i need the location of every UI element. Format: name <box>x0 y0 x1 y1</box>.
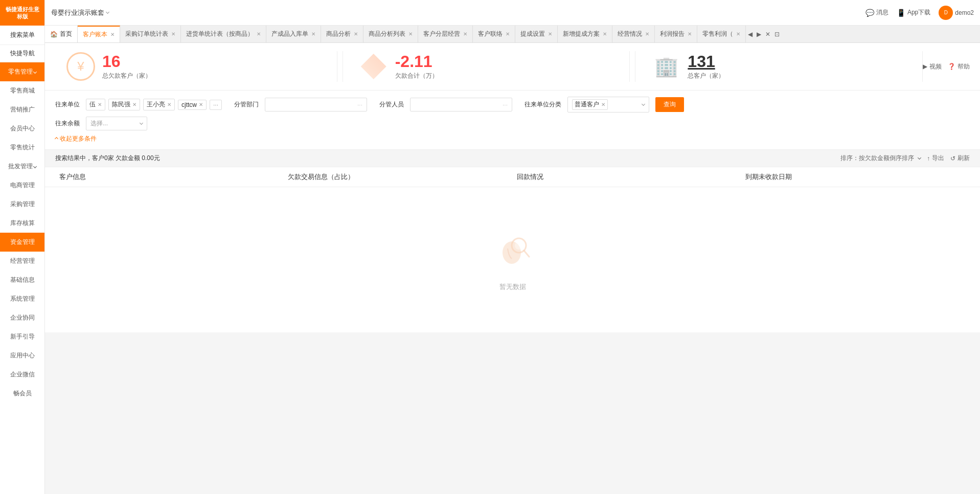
dept-select[interactable]: ··· <box>265 98 367 111</box>
tabs-prev[interactable]: ◀ <box>746 31 755 38</box>
export-button[interactable]: ↑ 导出 <box>927 154 944 163</box>
tab-product-analysis-close[interactable]: ✕ <box>354 31 358 37</box>
sidebar-item-basic-info[interactable]: 基础信息 <box>0 271 44 289</box>
stat-total-label: 总客户（家） <box>688 72 724 80</box>
main-content: 母婴行业演示账套 💬 消息 📱 App下载 D demo2 🏠 <box>45 0 980 494</box>
sidebar-logo: 畅捷通好生意 标版 <box>0 0 44 26</box>
stat-divider-2 <box>635 51 635 82</box>
refresh-button[interactable]: ↺ 刷新 <box>950 154 970 163</box>
unit-class-tag[interactable]: 普通客户 ✕ <box>572 99 608 110</box>
tab-customer-contact-close[interactable]: ✕ <box>506 31 510 37</box>
tab-new-commission[interactable]: 新增提成方案 ✕ <box>558 26 612 43</box>
tag-chen-close[interactable]: ✕ <box>132 102 136 107</box>
sidebar-item-app-center[interactable]: 应用中心 <box>0 346 44 365</box>
tab-product-list[interactable]: 商品分析列表 ✕ <box>363 26 418 43</box>
empty-state: 暂无数据 <box>45 187 980 332</box>
tab-customer-account[interactable]: 客户账本 ✕ <box>78 26 120 43</box>
tab-profit[interactable]: 利润报告 ✕ <box>655 26 697 43</box>
col-payment-status: 回款情况 <box>513 172 741 182</box>
tab-home[interactable]: 🏠 首页 <box>45 26 78 43</box>
sidebar-item-search[interactable]: 搜索菜单 <box>0 26 44 45</box>
tabs-next[interactable]: ▶ <box>755 31 763 38</box>
tag-cj-text: cjttcw <box>181 101 197 108</box>
collapse-button[interactable]: 收起更多条件 <box>55 134 97 143</box>
tab-customer-account-close[interactable]: ✕ <box>110 32 115 37</box>
sidebar-item-inventory[interactable]: 库存核算 <box>0 214 44 233</box>
tab-finished-goods-close[interactable]: ✕ <box>311 31 315 37</box>
data-table: 客户信息 欠款交易信息（占比） 回款情况 到期未收款日期 暂无数据 <box>45 167 980 332</box>
user-menu[interactable]: D demo2 <box>939 6 974 20</box>
unit-class-select[interactable]: 普通客户 ✕ <box>567 97 649 113</box>
tab-customer-contact[interactable]: 客户联络 ✕ <box>473 26 515 43</box>
sidebar-item-wholesale[interactable]: 批发管理 <box>0 157 44 176</box>
tab-customer-tier[interactable]: 客户分层经营 ✕ <box>418 26 473 43</box>
sidebar-item-member[interactable]: 会员中心 <box>0 119 44 138</box>
sidebar-item-finance[interactable]: 资金管理 <box>0 233 44 252</box>
sort-selector[interactable]: 排序：按欠款金额倒序排序 <box>840 154 921 163</box>
sidebar-item-retail-stats[interactable]: 零售统计 <box>0 138 44 157</box>
tab-purchase-stats[interactable]: 进货单统计表（按商品） ✕ <box>181 26 266 43</box>
tab-finished-goods[interactable]: 产成品入库单 ✕ <box>266 26 321 43</box>
help-video-button[interactable]: ▶ 视频 <box>923 62 942 71</box>
tab-commission-close[interactable]: ✕ <box>548 31 552 37</box>
empty-text: 暂无数据 <box>499 282 526 291</box>
sidebar-item-wechat[interactable]: 企业微信 <box>0 365 44 384</box>
refresh-icon: ↺ <box>950 155 955 162</box>
tab-purchase-order-label: 采购订单统计表 <box>125 30 168 38</box>
help-text-button[interactable]: ❓ 帮助 <box>948 62 970 71</box>
message-button[interactable]: 💬 消息 <box>865 8 888 17</box>
sidebar-item-quick-nav[interactable]: 快捷导航 <box>0 45 44 62</box>
tab-business-close[interactable]: ✕ <box>645 31 649 37</box>
filter-tag-chen[interactable]: 陈民强 ✕ <box>108 99 140 110</box>
balance-chevron <box>140 121 143 125</box>
person-select[interactable]: ··· <box>410 98 512 111</box>
filter-tag-cj[interactable]: cjttcw ✕ <box>178 100 207 110</box>
tab-customer-tier-label: 客户分层经营 <box>423 30 460 38</box>
sidebar-item-ecommerce[interactable]: 电商管理 <box>0 176 44 195</box>
stat-debt-icon <box>358 51 389 82</box>
tabs-expand[interactable]: ⊡ <box>772 31 782 38</box>
query-button[interactable]: 查询 <box>655 97 684 112</box>
search-results-text: 搜索结果中，客户0家 欠款金额 0.00元 <box>55 154 160 163</box>
tab-commission[interactable]: 提成设置 ✕ <box>515 26 558 43</box>
tag-cj-close[interactable]: ✕ <box>199 102 203 107</box>
col-customer-info: 客户信息 <box>55 172 284 182</box>
tab-purchase-order[interactable]: 采购订单统计表 ✕ <box>120 26 181 43</box>
tab-product-analysis[interactable]: 商品分析 ✕ <box>321 26 363 43</box>
tab-new-commission-close[interactable]: ✕ <box>603 31 607 37</box>
sidebar-item-purchase[interactable]: 采购管理 <box>0 195 44 214</box>
sidebar-item-marketing[interactable]: 营销推广 <box>0 100 44 119</box>
collapse-row: 收起更多条件 <box>55 134 970 143</box>
collapse-label: 收起更多条件 <box>60 134 97 143</box>
balance-select[interactable]: 选择... <box>86 117 147 130</box>
tab-customer-tier-close[interactable]: ✕ <box>463 31 467 37</box>
tab-product-list-close[interactable]: ✕ <box>408 31 413 37</box>
balance-placeholder: 选择... <box>90 119 108 128</box>
sidebar-item-retail-mall[interactable]: 零售商城 <box>0 81 44 100</box>
account-name: 母婴行业演示账套 <box>51 8 104 17</box>
sidebar-item-guide[interactable]: 新手引导 <box>0 327 44 346</box>
tab-purchase-stats-close[interactable]: ✕ <box>257 31 261 37</box>
tab-profit-close[interactable]: ✕ <box>688 31 692 37</box>
filter-tag-more[interactable]: ··· <box>210 100 222 110</box>
sidebar-item-enterprise[interactable]: 企业协同 <box>0 308 44 327</box>
filter-tag-wu[interactable]: 伍 ✕ <box>86 99 105 110</box>
tab-retail-profit-close[interactable]: ✕ <box>736 31 740 37</box>
account-selector[interactable]: 母婴行业演示账套 <box>51 8 109 17</box>
sidebar-item-operation[interactable]: 经营管理 <box>0 252 44 271</box>
tag-wang-text: 王小亮 <box>147 100 165 109</box>
tag-wang-close[interactable]: ✕ <box>167 102 171 107</box>
tab-retail-profit[interactable]: 零售利润（ ✕ <box>697 26 746 43</box>
app-download-button[interactable]: 📱 App下载 <box>897 8 930 17</box>
sidebar-item-system[interactable]: 系统管理 <box>0 289 44 308</box>
tab-purchase-order-close[interactable]: ✕ <box>171 31 175 37</box>
tabs-close-all[interactable]: ✕ <box>763 31 772 38</box>
sidebar-item-retail[interactable]: 零售管理 <box>0 62 44 81</box>
unit-class-tag-close[interactable]: ✕ <box>601 102 605 107</box>
tab-business[interactable]: 经营情况 ✕ <box>612 26 655 43</box>
sidebar-item-vip[interactable]: 畅会员 <box>0 384 44 403</box>
sort-label: 排序：按欠款金额倒序排序 <box>840 154 914 163</box>
filter-tag-wang[interactable]: 王小亮 ✕ <box>143 99 175 110</box>
tab-retail-profit-label: 零售利润（ <box>702 30 733 38</box>
tag-wu-close[interactable]: ✕ <box>98 102 102 107</box>
